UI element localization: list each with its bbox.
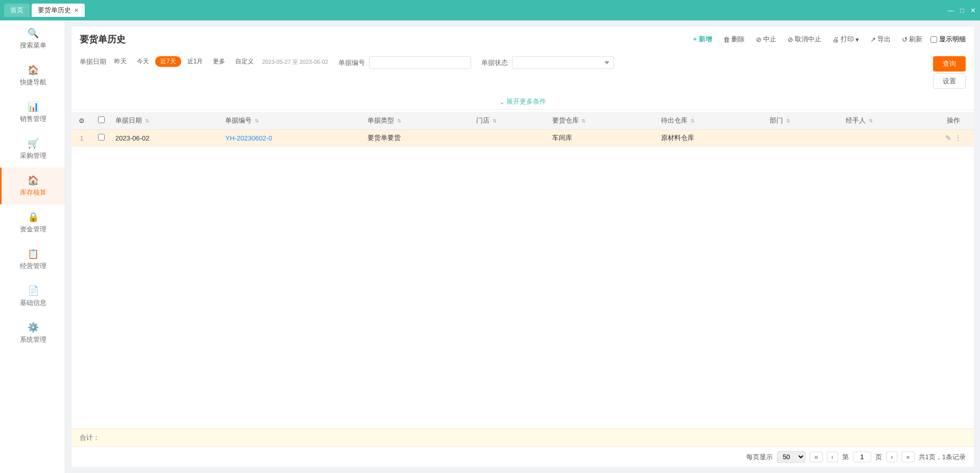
sidebar-item-search-menu[interactable]: 🔍 搜索菜单: [0, 20, 65, 57]
last-page-btn[interactable]: »: [901, 452, 914, 462]
show-detail-checkbox[interactable]: [930, 36, 937, 43]
status-label: 单据状态: [481, 58, 508, 67]
sort-pending-warehouse-icon: ⇅: [691, 118, 695, 124]
minimize-icon[interactable]: —: [947, 7, 954, 14]
sort-handler-icon: ⇅: [869, 118, 873, 124]
custom-btn[interactable]: 自定义: [231, 56, 258, 67]
toolbar: + 新增 🗑 删除 ⊘ 中止 ⊘ 取消中止: [690, 33, 966, 46]
sidebar-item-purchase[interactable]: 🛒 采购管理: [0, 131, 65, 168]
page-header: 要货单历史 + 新增 🗑 删除 ⊘ 中止 ⊘ 取消中止: [71, 27, 974, 51]
print-button[interactable]: 🖨 打印 ▾: [829, 33, 862, 46]
sidebar-item-inventory[interactable]: 🏠 库存核算: [0, 168, 65, 204]
page-suffix: 页: [875, 453, 882, 462]
header-row: ⚙ 单据日期 ⇅ 单据编号 ⇅: [71, 112, 974, 130]
quick-nav-icon: 🏠: [28, 64, 39, 76]
today-btn[interactable]: 今天: [133, 56, 153, 67]
cancel-stop-button[interactable]: ⊘ 取消中止: [785, 33, 824, 46]
last7days-btn[interactable]: 近7天: [155, 56, 181, 67]
inventory-icon: 🏠: [28, 175, 39, 186]
last1month-btn[interactable]: 近1月: [183, 56, 207, 67]
stop-button[interactable]: ⊘ 中止: [753, 33, 779, 46]
refresh-button[interactable]: ↺ 刷新: [899, 33, 925, 46]
data-table: ⚙ 单据日期 ⇅ 单据编号 ⇅: [71, 112, 974, 147]
date-range-value: 2023-05-27 至 2023-06-02: [262, 58, 328, 66]
maximize-icon[interactable]: □: [960, 7, 964, 14]
table-header: ⚙ 单据日期 ⇅ 单据编号 ⇅: [71, 112, 974, 130]
tab-order-history[interactable]: 要货单历史 ✕: [32, 4, 85, 17]
row-dept: [765, 130, 841, 147]
row-num: 1: [71, 130, 92, 147]
main-layout: 🔍 搜索菜单 🏠 快捷导航 📊 销售管理 🛒 采购管理 🏠 库存核算 🔒 资金管…: [0, 20, 980, 473]
expand-more-label: 展开更多条件: [506, 97, 546, 106]
top-bar: 首页 要货单历史 ✕ — □ ✕: [0, 0, 980, 20]
tab-home[interactable]: 首页: [4, 4, 30, 17]
sidebar-item-label: 经营管理: [20, 262, 46, 271]
th-type[interactable]: 单据类型 ⇅: [362, 112, 471, 130]
order-history-tab-label: 要货单历史: [38, 6, 71, 15]
date-filter-group: 单据日期 昨天 今天 近7天 近1月 更多 自定义 2023-05-27 至 2…: [80, 56, 328, 67]
row-number: YH-20230602-0: [220, 130, 362, 147]
cancel-stop-icon: ⊘: [788, 36, 793, 43]
per-page-select[interactable]: 50 10 20 100: [777, 451, 805, 463]
sidebar-item-label: 基础信息: [20, 298, 46, 308]
status-select[interactable]: [512, 56, 614, 69]
th-req-warehouse[interactable]: 要货仓库 ⇅: [547, 112, 656, 130]
th-dept[interactable]: 部门 ⇅: [765, 112, 841, 130]
sidebar-item-operations[interactable]: 📋 经营管理: [0, 241, 65, 278]
more-btn[interactable]: 更多: [209, 56, 229, 67]
th-handler[interactable]: 经手人 ⇅: [841, 112, 933, 130]
close-icon[interactable]: ✕: [970, 7, 976, 14]
th-operation: 操作: [933, 112, 974, 130]
row-operation: ✎ ⋮: [933, 130, 974, 147]
row-date: 2023-06-02: [110, 130, 220, 147]
sidebar-item-label: 系统管理: [20, 335, 46, 344]
row-checkbox[interactable]: [98, 134, 105, 140]
edit-icon[interactable]: ✎: [945, 134, 951, 142]
th-number[interactable]: 单据编号 ⇅: [220, 112, 362, 130]
query-button[interactable]: 查询: [933, 56, 966, 72]
operations-icon: 📋: [28, 248, 39, 259]
sort-type-icon: ⇅: [397, 118, 401, 124]
sidebar: 🔍 搜索菜单 🏠 快捷导航 📊 销售管理 🛒 采购管理 🏠 库存核算 🔒 资金管…: [0, 20, 65, 473]
sidebar-item-quick-nav[interactable]: 🏠 快捷导航: [0, 57, 65, 94]
yesterday-btn[interactable]: 昨天: [110, 56, 131, 67]
basic-info-icon: 📄: [28, 285, 39, 296]
status-filter-group: 单据状态: [481, 56, 614, 69]
th-checkbox: [92, 112, 110, 130]
sidebar-item-sales[interactable]: 📊 销售管理: [0, 94, 65, 131]
sales-icon: 📊: [28, 101, 39, 112]
expand-more-button[interactable]: ⌄ 展开更多条件: [71, 94, 974, 109]
th-gear[interactable]: ⚙: [71, 112, 92, 130]
sort-req-warehouse-icon: ⇅: [581, 118, 585, 124]
select-all-checkbox[interactable]: [98, 116, 105, 123]
tab-close-icon[interactable]: ✕: [74, 7, 79, 14]
print-chevron-icon: ▾: [855, 36, 859, 43]
doc-number-label: 单据编号: [338, 58, 365, 67]
content-wrapper: 要货单历史 + 新增 🗑 删除 ⊘ 中止 ⊘ 取消中止: [71, 27, 974, 467]
export-button[interactable]: ↗ 导出: [867, 33, 894, 46]
doc-number-filter-group: 单据编号: [338, 56, 471, 69]
new-button[interactable]: + 新增: [690, 33, 715, 46]
system-icon: ⚙️: [28, 322, 39, 333]
settings-button[interactable]: 设置: [933, 74, 966, 89]
th-pending-warehouse[interactable]: 待出仓库 ⇅: [656, 112, 765, 130]
th-date[interactable]: 单据日期 ⇅: [110, 112, 220, 130]
chevron-down-icon: ⌄: [499, 98, 505, 106]
sidebar-item-finance[interactable]: 🔒 资金管理: [0, 204, 65, 241]
table-row: 1 2023-06-02 YH-20230602-0 要货单要货 车间库 原材料…: [71, 130, 974, 147]
delete-button[interactable]: 🗑 删除: [720, 33, 748, 46]
sidebar-item-system[interactable]: ⚙️ 系统管理: [0, 315, 65, 351]
row-store: [471, 130, 547, 147]
first-page-btn[interactable]: «: [810, 452, 822, 462]
doc-number-input[interactable]: [369, 56, 471, 69]
sidebar-item-label: 搜索菜单: [20, 41, 46, 50]
th-store[interactable]: 门店 ⇅: [471, 112, 547, 130]
next-page-btn[interactable]: ›: [886, 452, 897, 462]
prev-page-btn[interactable]: ‹: [827, 452, 838, 462]
more-op-icon[interactable]: ⋮: [954, 134, 962, 142]
sidebar-item-basic-info[interactable]: 📄 基础信息: [0, 278, 65, 315]
doc-link[interactable]: YH-20230602-0: [225, 134, 272, 142]
page-number-input[interactable]: [853, 452, 871, 462]
row-type: 要货单要货: [362, 130, 471, 147]
show-detail-checkbox-label[interactable]: 显示明细: [930, 35, 966, 44]
